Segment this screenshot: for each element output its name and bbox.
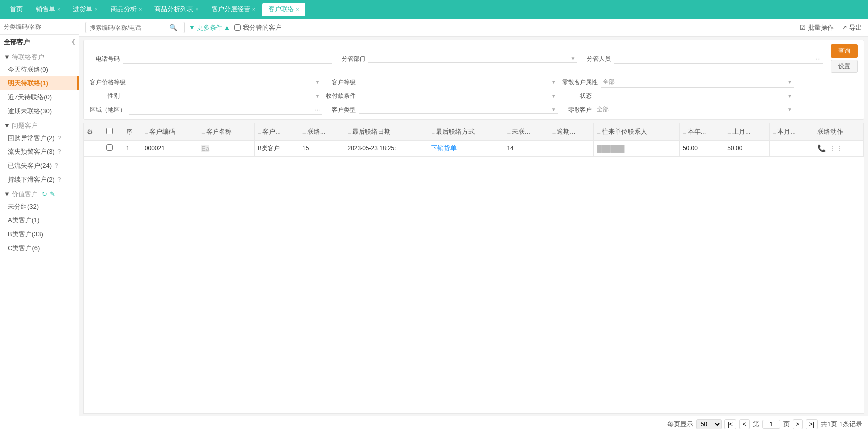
- sidebar-item-ungrouped[interactable]: 未分组(32): [0, 200, 79, 214]
- more-action-icon[interactable]: ⋮⋮: [829, 144, 843, 152]
- sidebar-item-class-a[interactable]: A类客户(1): [0, 214, 79, 227]
- collapse-icon[interactable]: 《: [69, 38, 75, 47]
- filter-gender-select[interactable]: ▼: [123, 92, 322, 100]
- filter-status: 状态 ▼: [562, 92, 794, 100]
- my-customers-check[interactable]: [234, 24, 241, 31]
- filter-status-label: 状态: [562, 92, 592, 100]
- filter-row-4: 区域（地区） ··· 客户类型 ▼ 零散客户 全部▼: [90, 104, 858, 115]
- filter-person-label: 分管人员: [581, 55, 611, 63]
- sidebar-item-today[interactable]: 今天待联络(0): [0, 63, 79, 76]
- row-last-date: 2023-05-23 18:25:: [344, 141, 428, 157]
- row-checkbox[interactable]: [103, 141, 123, 157]
- col-no-contact[interactable]: ≡ 未联...: [504, 123, 549, 141]
- nav-close-product-analysis[interactable]: ×: [139, 6, 142, 12]
- col-last-month[interactable]: ≡ 上月...: [724, 123, 769, 141]
- nav-product-analysis-list[interactable]: 商品分析列表 ×: [148, 3, 204, 16]
- sidebar-item-loss-warning[interactable]: 流失预警客户(3) ?: [0, 145, 79, 159]
- filter-price-level-select[interactable]: ▼: [129, 78, 322, 86]
- nav-close-customer-tier[interactable]: ×: [252, 6, 255, 12]
- col-this-year[interactable]: ≡ 本年...: [679, 123, 724, 141]
- row-last-method[interactable]: 下销货单: [428, 141, 504, 157]
- search-icon[interactable]: 🔍: [169, 24, 177, 31]
- col-action: 联络动作: [814, 123, 864, 141]
- sidebar-item-class-c[interactable]: C类客户(6): [0, 241, 79, 255]
- nav-close-purchase[interactable]: ×: [94, 6, 97, 12]
- col-code[interactable]: ≡ 客户编码: [142, 123, 198, 141]
- filter-area-select[interactable]: ···: [129, 105, 322, 115]
- col-name[interactable]: ≡ 客户名称: [198, 123, 254, 141]
- pagination: 每页显示 50 100 200 |< < 第 页 > >| 共1页 1条记录: [79, 416, 868, 432]
- export-icon: ↗: [842, 24, 847, 31]
- col-this-month[interactable]: ≡ 本月...: [769, 123, 814, 141]
- settings-button[interactable]: 设置: [831, 60, 858, 73]
- sidebar-item-repurchase-abnormal[interactable]: 回购异常客户(2) ?: [0, 131, 79, 145]
- filter-retail-customer-label: 零散客户: [562, 106, 592, 114]
- sidebar-item-declining[interactable]: 持续下滑客户(2) ?: [0, 173, 79, 187]
- sidebar-item-overdue[interactable]: 逾期未联络(30): [0, 104, 79, 118]
- filter-actions: 查询 设置: [831, 44, 858, 73]
- sidebar-item-tomorrow[interactable]: 明天待联络(1): [0, 76, 79, 90]
- filter-dept-select[interactable]: ▼: [368, 55, 578, 63]
- prev-page-btn[interactable]: <: [739, 419, 750, 429]
- table-wrap: ⚙ 序 ≡ 客户编码 ≡ 客户名称 ≡ 客户... ≡ 联络... ≡ 最后联络…: [83, 123, 864, 414]
- export-btn[interactable]: ↗ 导出: [842, 23, 862, 32]
- filter-bar: 🔍 ▼ 更多条件 ▲ 我分管的客户 ☑ 批量操作 ↗ 导出: [79, 19, 868, 37]
- row-type: B类客户: [254, 141, 299, 157]
- filter-customer-type-select[interactable]: ▼: [359, 106, 558, 114]
- col-contact[interactable]: ≡ 联络...: [299, 123, 344, 141]
- sidebar-all-customers[interactable]: 全部客户 《: [0, 35, 79, 50]
- filter-area-label: 区域（地区）: [90, 106, 126, 114]
- col-type[interactable]: ≡ 客户...: [254, 123, 299, 141]
- sidebar-search-input[interactable]: [4, 23, 78, 30]
- filter-payment-select[interactable]: ▼: [359, 92, 558, 100]
- nav-product-analysis[interactable]: 商品分析 ×: [105, 3, 147, 16]
- row-overdue: [549, 141, 593, 157]
- filter-retail-attr-select[interactable]: 全部▼: [601, 77, 794, 88]
- col-last-date[interactable]: ≡ 最后联络日期: [344, 123, 428, 141]
- main-layout: 🔍 全部客户 《 ▼ 待联络客户 今天待联络(0) 明天待联络(1) 近7天待联…: [0, 19, 868, 432]
- col-overdue[interactable]: ≡ 逾期...: [549, 123, 593, 141]
- col-gear[interactable]: ⚙: [84, 123, 103, 141]
- filter-phone-input[interactable]: [123, 54, 332, 64]
- filter-row-3: 性别 ▼ 收付款条件 ▼ 状态 ▼: [90, 92, 858, 100]
- filter-payment: 收付款条件 ▼: [326, 92, 558, 100]
- nav-home[interactable]: 首页: [4, 3, 29, 16]
- nav-close-sales[interactable]: ×: [57, 6, 60, 12]
- nav-customer-tier[interactable]: 客户分层经营 ×: [206, 3, 261, 16]
- first-page-btn[interactable]: |<: [724, 419, 736, 429]
- page-size-select[interactable]: 50 100 200: [696, 419, 722, 429]
- row-select-checkbox[interactable]: [106, 144, 113, 151]
- col-checkbox[interactable]: [103, 123, 123, 141]
- nav-purchase[interactable]: 进货单 ×: [67, 3, 103, 16]
- nav-close-customer-contact[interactable]: ×: [296, 6, 299, 12]
- nav-close-product-list[interactable]: ×: [195, 6, 198, 12]
- customer-table: ⚙ 序 ≡ 客户编码 ≡ 客户名称 ≡ 客户... ≡ 联络... ≡ 最后联络…: [84, 123, 864, 157]
- my-customers-checkbox[interactable]: 我分管的客户: [234, 23, 282, 32]
- filter-status-select[interactable]: ▼: [595, 92, 794, 100]
- filter-more-btn[interactable]: ▼ 更多条件 ▲: [189, 23, 230, 32]
- filter-customer-level-select[interactable]: ▼: [359, 78, 558, 86]
- problem-group-label: ▼ 问题客户: [0, 118, 79, 131]
- filter-person-select[interactable]: ···: [614, 54, 823, 64]
- filter-retail-customer-select[interactable]: 全部▼: [595, 104, 794, 115]
- row-this-year: 50.00: [679, 141, 724, 157]
- last-page-btn[interactable]: >|: [806, 419, 818, 429]
- nav-customer-contact[interactable]: 客户联络 ×: [262, 3, 305, 16]
- col-no: 序: [123, 123, 142, 141]
- select-all-checkbox[interactable]: [106, 128, 113, 134]
- col-last-method[interactable]: ≡ 最后联络方式: [428, 123, 504, 141]
- col-unit-contact[interactable]: ≡ 往来单位联系人: [594, 123, 680, 141]
- sidebar-item-class-b[interactable]: B类客户(33): [0, 227, 79, 241]
- next-page-btn[interactable]: >: [793, 419, 803, 429]
- nav-sales[interactable]: 销售单 ×: [30, 3, 66, 16]
- row-no-contact: 14: [504, 141, 549, 157]
- filter-row-1: 电话号码 分管部门 ▼ 分管人员 ··· 查询 设置: [90, 44, 858, 73]
- sidebar-item-lost[interactable]: 已流失客户(24) ?: [0, 159, 79, 173]
- batch-ops-btn[interactable]: ☑ 批量操作: [800, 23, 834, 32]
- call-action-icon[interactable]: 📞: [817, 144, 826, 152]
- row-gear: [84, 141, 103, 157]
- sidebar-item-7days[interactable]: 近7天待联络(0): [0, 90, 79, 104]
- search-input[interactable]: [90, 24, 169, 31]
- query-button[interactable]: 查询: [831, 44, 858, 58]
- page-number-input[interactable]: [762, 420, 780, 429]
